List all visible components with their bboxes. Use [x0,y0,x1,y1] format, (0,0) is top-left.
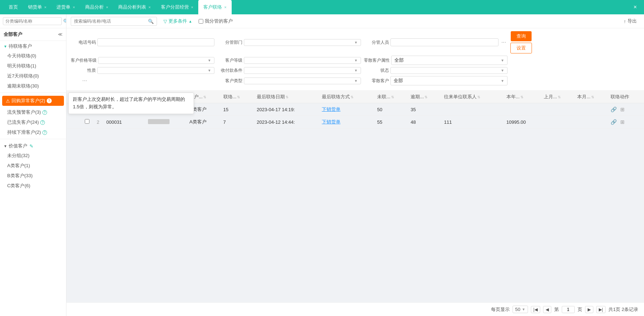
tab-sales[interactable]: 销货单 × [23,0,51,14]
sidebar-item-7days-pending[interactable]: 近7天待联络(0) [0,71,66,81]
prev-page-button[interactable]: ◀ [543,306,551,313]
main-search-icon[interactable]: 🔍 [148,19,154,24]
th-this-month[interactable]: 本月...⇅ [574,91,608,103]
unit-contact-sort-icon[interactable]: ⇅ [477,95,480,99]
scatter-customer-chevron-icon: ▼ [501,79,504,83]
last-month-sort-icon[interactable]: ⇅ [558,95,561,99]
next-page-button[interactable]: ▶ [585,306,593,313]
row2-code[interactable]: 000031 [103,116,145,128]
my-customer-checkbox-area[interactable]: 我分管的客户 [199,18,233,24]
tab-customer-segments[interactable]: 客户分层经营 × [156,0,198,14]
row2-link-icon[interactable]: 🔗 [611,119,617,125]
th-last-month[interactable]: 上月...⇅ [541,91,574,103]
my-customer-checkbox[interactable] [199,19,203,24]
person-filter-dots[interactable]: ··· [500,39,508,46]
last-contact-method-sort-icon[interactable]: ⇅ [351,95,353,99]
tab-customer-contact[interactable]: 客户联络 × [198,0,231,14]
query-button[interactable]: 查询 [511,31,532,41]
more-conditions-button[interactable]: ▽ 更多条件 ▲ [161,16,195,26]
sidebar-item-today-pending[interactable]: 今天待联络(0) [0,51,66,61]
th-last-contact-date[interactable]: 最后联络日期⇅ [254,91,319,103]
row2-checkbox-cell[interactable] [82,116,93,128]
window-close-button[interactable]: × [630,4,640,10]
main-search-input[interactable] [74,19,147,24]
sidebar-item-ungrouped[interactable]: 未分组(32) [0,151,66,161]
th-no-contact[interactable]: 未联...⇅ [374,91,408,103]
row2-method-link[interactable]: 下销货单 [322,119,340,124]
row1-link-icon[interactable]: 🔗 [611,107,617,112]
th-last-contact-method[interactable]: 最后联络方式⇅ [319,91,374,103]
no-contact-sort-icon[interactable]: ⇅ [391,95,394,99]
sidebar-search-input[interactable] [3,17,62,25]
sidebar-item-class-b[interactable]: B类客户(33) [0,171,66,181]
category-sort-icon[interactable]: ⇅ [203,95,206,99]
status-select[interactable]: ▼ [390,67,508,74]
scatter-customer-select[interactable]: 全部 ▼ [390,76,508,85]
row2-checkbox[interactable] [85,119,89,124]
tab-product-analysis[interactable]: 商品分析 × [80,0,113,14]
tab-home[interactable]: 首页 [4,0,23,14]
row1-method-link[interactable]: 下销货单 [322,107,340,112]
value-group-edit-icon[interactable]: ✎ [29,143,33,149]
sidebar-item-overdue-pending[interactable]: 逾期未联络(30) [0,81,66,91]
th-unit-contact[interactable]: 往来单位联系人⇅ [441,91,503,103]
row2-grid-icon[interactable]: ⊞ [620,119,625,125]
last-page-button[interactable]: ▶| [596,306,606,313]
declining-info-icon[interactable]: ? [42,130,47,135]
sidebar-search-icon[interactable]: 🔍 [63,19,66,24]
nature-select[interactable]: ▼ [97,67,214,74]
tab-purchase[interactable]: 进货单 × [51,0,80,14]
row1-grid-icon[interactable]: ⊞ [620,107,625,112]
main-search-box[interactable]: 🔍 [71,17,157,26]
row2-name[interactable] [145,116,187,128]
this-year-sort-icon[interactable]: ⇅ [520,95,523,99]
churned-info-icon[interactable]: ? [40,120,45,125]
setting-button[interactable]: 设置 [510,43,532,53]
close-customer-segments-icon[interactable]: × [191,5,193,9]
pending-group-title[interactable]: ▼ 待联络客户 [0,41,66,51]
sidebar-item-repurchase-abnormal[interactable]: ⚠ 回购异常客户(2) ? [2,96,64,106]
this-month-sort-icon[interactable]: ⇅ [591,95,594,99]
info-icon[interactable]: ? [47,98,52,103]
page-size-selector[interactable]: 50 ▼ [513,306,528,313]
tab-product-analysis-list[interactable]: 商品分析列表 × [113,0,156,14]
phone-filter-input[interactable] [97,38,214,46]
last-contact-date-sort-icon[interactable]: ⇅ [286,95,288,99]
sidebar-item-churn-warning[interactable]: 流失预警客户(3) ? [0,107,66,117]
close-product-analysis-list-icon[interactable]: × [148,5,150,9]
close-customer-contact-icon[interactable]: × [224,5,226,9]
payment-select[interactable]: ▼ [244,67,361,74]
scatter-attr-select[interactable]: 全部 ▼ [391,56,508,65]
sidebar-item-churned[interactable]: 已流失客户(24) ? [0,117,66,127]
first-page-button[interactable]: |◀ [531,306,540,313]
sidebar-item-class-c[interactable]: C类客户(6) [0,181,66,191]
churn-warning-info-icon[interactable]: ? [42,110,47,115]
page-number-input[interactable] [562,306,575,313]
th-this-year[interactable]: 本年...⇅ [504,91,541,103]
export-button[interactable]: ↑ 导出 [621,16,640,26]
close-purchase-icon[interactable]: × [73,5,75,9]
close-sales-icon[interactable]: × [44,5,46,9]
row4-dots-icon[interactable]: ··· [81,77,88,84]
th-contact[interactable]: 联络...⇅ [221,91,254,103]
contact-sort-icon[interactable]: ⇅ [237,95,240,99]
customer-type-select[interactable]: ▼ [244,77,361,84]
adv-filter-row-1: 电话号码 分管部门 ▼ 分管人员 ··· 查询 设置 [71,31,640,53]
sidebar-item-class-a[interactable]: A类客户(1) [0,161,66,171]
customer-level-select[interactable]: ▼ [244,57,361,64]
row1-last-contact-method[interactable]: 下销货单 [319,103,374,116]
price-level-select[interactable]: ▼ [98,57,214,64]
collapse-sidebar-icon[interactable]: ≪ [58,32,62,37]
sidebar-item-tomorrow-pending[interactable]: 明天待联络(1) [0,61,66,71]
th-overdue[interactable]: 逾期...⇅ [408,91,441,103]
left-sidebar: 🔍 全部客户 ≪ ▼ 待联络客户 今天待联络(0) 明天待联络(1) 近7天待联… [0,14,66,316]
value-group-title[interactable]: ▼ 价值客户 ✎ [0,141,66,151]
payment-label: 收付款条件 [217,67,242,74]
overdue-sort-icon[interactable]: ⇅ [425,95,427,99]
sidebar-item-declining[interactable]: 持续下滑客户(2) ? [0,127,66,137]
row2-last-contact-method[interactable]: 下销货单 [319,116,374,128]
total-label: 共1页 2条记录 [608,306,638,313]
person-filter-input[interactable] [390,38,499,46]
close-product-analysis-icon[interactable]: × [106,5,108,9]
dept-filter-select[interactable]: ▼ [244,39,361,46]
